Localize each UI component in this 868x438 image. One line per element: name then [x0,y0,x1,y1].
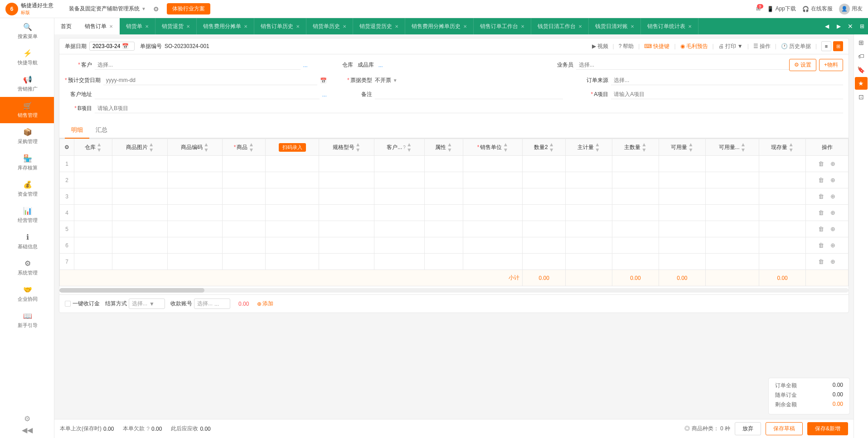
tab-return-history-close[interactable]: ✕ [395,24,398,29]
table-scrollbar[interactable] [59,288,849,293]
tab-cash-reconcile[interactable]: 钱货日清对账 ✕ [589,18,641,34]
shortcut-button[interactable]: ⌨ 快捷键 [644,43,669,50]
history-doc-button[interactable]: 🕐 历史单据 [781,43,811,50]
a-project-input[interactable] [611,90,843,99]
row-3-copy-button[interactable]: ⊕ [828,192,838,202]
save-draft-button[interactable]: 保存草稿 [766,422,803,435]
sidebar-gear-button[interactable]: ⚙ [24,414,30,423]
list-view-button[interactable]: ≡ [821,41,831,51]
tab-cash-workbench-close[interactable]: ✕ [578,24,582,29]
row-2-delete-button[interactable]: 🗑 [816,175,826,185]
right-sidebar-grid-button[interactable]: ⊞ [855,36,868,49]
tab-summary[interactable]: 汇总 [89,122,114,139]
invoice-type-select[interactable]: 不开票 ▼ [375,77,563,84]
view-video-button[interactable]: ▶ 视频 [592,43,608,50]
help-button[interactable]: ? 帮助 [619,43,634,50]
row-2-copy-button[interactable]: ⊕ [828,175,838,185]
row-4-delete-button[interactable]: 🗑 [816,208,826,218]
scan-entry-button[interactable]: 扫码录入 [279,143,306,152]
row-5-copy-button[interactable]: ⊕ [828,224,838,234]
tab-return-history[interactable]: 销货退货历史 ✕ [353,18,405,34]
nav-close-all-button[interactable]: ✕ [844,18,856,34]
tab-sales-stats-close[interactable]: ✕ [688,24,692,29]
tab-expense-history[interactable]: 销售费用分摊单历史 ✕ [405,18,474,34]
tab-expense-history-close[interactable]: ✕ [463,24,467,29]
row-7-copy-button[interactable]: ⊕ [828,257,838,267]
sidebar-item-quick-nav[interactable]: ⚡ 快捷导航 [0,44,54,71]
tab-invoice-history[interactable]: 销货单历史 ✕ [306,18,353,34]
row-1-delete-button[interactable]: 🗑 [816,159,826,169]
row-5-delete-button[interactable]: 🗑 [816,224,826,234]
row-6-delete-button[interactable]: 🗑 [816,241,826,250]
tab-sales-return-close[interactable]: ✕ [186,24,190,29]
save-new-button[interactable]: 保存&新增 [807,422,848,435]
sidebar-item-finance[interactable]: 💰 资金管理 [0,176,54,202]
right-sidebar-bookmark-button[interactable]: 🔖 [855,63,868,76]
online-support-button[interactable]: 🎧 在线客服 [802,5,833,13]
customer-dots-button[interactable]: ... [303,62,308,68]
row-7-delete-button[interactable]: 🗑 [816,257,826,267]
tab-sales-invoice-close[interactable]: ✕ [145,24,149,29]
sidebar-item-basic-info[interactable]: ℹ 基础信息 [0,228,54,255]
settings-button[interactable]: ⚙ 设置 [789,59,816,71]
tab-sales-order[interactable]: 销售订单 ✕ [78,18,120,34]
customer-input[interactable] [95,60,301,70]
one-click-payment-checkbox[interactable]: 一键收订金 [65,300,100,308]
remark-input[interactable] [375,90,563,99]
add-material-button[interactable]: +物料 [819,59,843,71]
row-6-copy-button[interactable]: ⊕ [828,241,838,250]
tab-sales-expense[interactable]: 销售费用分摊单 ✕ [197,18,254,34]
right-sidebar-star-button[interactable]: ★ [855,77,868,90]
sidebar-item-tutorial[interactable]: 📖 新手引导 [0,307,54,333]
tab-sales-order-history[interactable]: 销售订单历史 ✕ [254,18,306,34]
solution-button[interactable]: 体验行业方案 [167,3,210,14]
sidebar-item-collaboration[interactable]: 🤝 企业协同 [0,281,54,307]
account-dots-button[interactable]: ... [214,301,219,307]
print-button[interactable]: 🖨 打印 ▼ [718,43,743,50]
warehouse-dots-button[interactable]: ... [378,62,383,68]
nav-prev-button[interactable]: ◀ [821,18,833,34]
account-select[interactable]: 选择... ... [194,298,230,309]
user-menu-button[interactable]: 👤 用友 [839,4,863,14]
message-button[interactable]: ✉ 9 [756,6,761,12]
tab-sales-stats[interactable]: 销售订单统计表 ✕ [641,18,698,34]
app-download-button[interactable]: 📱 App下载 [767,5,796,13]
tab-order-workbench-close[interactable]: ✕ [521,24,524,29]
customer-address-dots-button[interactable]: ... [322,91,327,98]
right-sidebar-qr-button[interactable]: ⊡ [855,91,868,103]
staff-input[interactable] [576,60,789,70]
settings-gear-button[interactable]: ⚙ [150,3,162,15]
right-sidebar-tag-button[interactable]: 🏷 [855,50,868,63]
tab-sales-return[interactable]: 销货退货 ✕ [155,18,197,34]
date-picker[interactable]: 2023-03-24 📅 [89,42,135,51]
customer-address-input[interactable] [95,90,320,99]
tab-home[interactable]: 首页 [54,18,78,34]
grid-view-button[interactable]: ⊞ [833,41,843,51]
tab-cash-workbench[interactable]: 钱货日清工作台 ✕ [531,18,589,34]
sidebar-item-marketing[interactable]: 📢 营销推广 [0,71,54,97]
tab-cash-reconcile-close[interactable]: ✕ [630,24,634,29]
tab-invoice-history-close[interactable]: ✕ [343,24,346,29]
row-3-delete-button[interactable]: 🗑 [816,192,826,202]
b-project-input[interactable] [95,104,843,113]
sidebar-item-inventory[interactable]: 🏪 库存核算 [0,149,54,176]
row-4-copy-button[interactable]: ⊕ [828,208,838,218]
tab-order-workbench[interactable]: 销售订单工作台 ✕ [474,18,531,34]
nav-next-button[interactable]: ▶ [833,18,844,34]
sidebar-collapse-button[interactable]: ◀◀ [22,426,33,434]
sidebar-item-search[interactable]: 🔍 搜索菜单 [0,18,54,44]
sidebar-item-purchase[interactable]: 📦 采购管理 [0,123,54,149]
add-payment-button[interactable]: ⊕ 添加 [257,300,273,308]
discard-button[interactable]: 放弃 [735,422,761,435]
delivery-date-input[interactable] [103,76,317,85]
row-1-copy-button[interactable]: ⊕ [828,159,838,169]
tab-sales-order-history-close[interactable]: ✕ [296,24,300,29]
operations-button[interactable]: ☰ 操作 [753,43,771,50]
th-settings[interactable]: ⚙ [60,139,74,156]
nav-expand-button[interactable]: ⊞ [856,18,868,34]
payment-method-select[interactable]: 选择... ▼ [129,298,165,309]
order-source-input[interactable] [611,76,843,85]
tab-sales-invoice[interactable]: 销货单 ✕ [120,18,155,34]
profit-preview-button[interactable]: ◉ 毛利预告 [680,43,708,50]
tab-detail[interactable]: 明细 [65,122,89,139]
